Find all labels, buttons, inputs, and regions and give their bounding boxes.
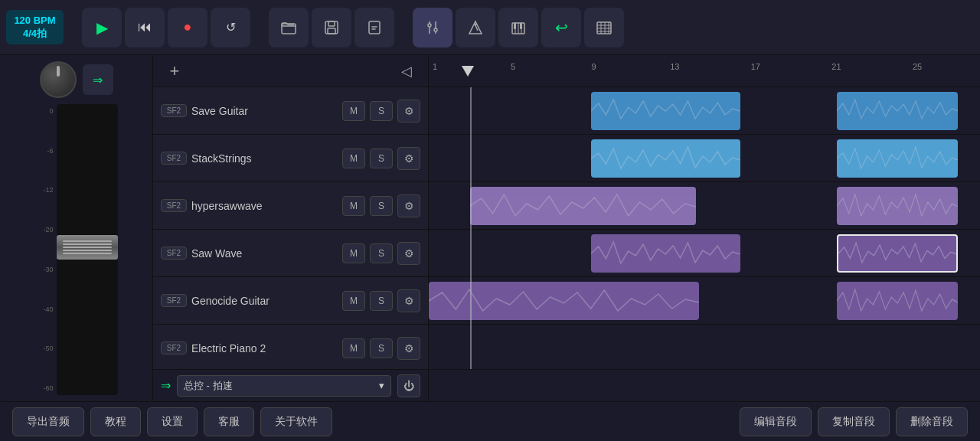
support-button[interactable]: 客服 — [204, 407, 254, 436]
export-button[interactable] — [354, 8, 394, 47]
record-button[interactable]: ● — [168, 8, 207, 47]
playhead[interactable] — [462, 66, 474, 77]
timeline-marker-17: 17 — [751, 62, 760, 71]
clip[interactable] — [591, 139, 740, 178]
svg-rect-19 — [520, 23, 522, 29]
fader-area: 0 -6 -12 -20 -30 -40 -50 -60 — [3, 104, 149, 395]
solo-button-3[interactable]: S — [370, 196, 393, 216]
mute-button-2[interactable]: M — [342, 149, 365, 168]
fader-track[interactable] — [57, 104, 118, 395]
bpm-display[interactable]: 120 BPM 4/4拍 — [6, 10, 64, 45]
track-content-6[interactable] — [429, 325, 980, 369]
metronome-button[interactable] — [456, 8, 495, 47]
route-button[interactable]: ⇒ — [83, 64, 113, 95]
mute-button-6[interactable]: M — [342, 338, 365, 358]
export-audio-button[interactable]: 导出音频 — [12, 407, 84, 436]
fader-handle[interactable] — [57, 235, 118, 260]
track-name-4: Saw Wave — [191, 247, 338, 260]
track-list-container: + ◁ 1 5 9 13 17 21 25 — [153, 55, 980, 401]
mute-button-1[interactable]: M — [342, 101, 365, 121]
track-name-1: Save Guitar — [191, 105, 338, 117]
mute-button-4[interactable]: M — [342, 243, 365, 263]
solo-button-1[interactable]: S — [370, 101, 393, 121]
timeline-area: 1 5 9 13 17 21 25 — [429, 62, 980, 80]
play-button[interactable]: ▶ — [82, 8, 122, 47]
settings-button[interactable]: 设置 — [147, 407, 198, 436]
add-track-button[interactable]: + — [162, 59, 187, 83]
timeline-marker-5: 5 — [511, 62, 515, 71]
svg-marker-11 — [469, 21, 482, 34]
mute-button-5[interactable]: M — [342, 291, 365, 311]
clip[interactable] — [837, 139, 958, 178]
track-name-2: StackStrings — [191, 152, 338, 165]
settings-button-2[interactable]: ⚙ — [397, 147, 420, 170]
table-row: SF2 Genocide Guitar M S ⚙ — [153, 277, 980, 325]
main-area: ⇒ 0 -6 -12 -20 -30 -40 -50 -60 — [0, 55, 980, 401]
timeline-marker-9: 9 — [592, 62, 596, 71]
master-select[interactable]: 总控 - 拍速 ▾ — [177, 375, 391, 397]
collapse-button[interactable]: ◁ — [394, 59, 419, 83]
track-header-bar: + ◁ 1 5 9 13 17 21 25 — [153, 55, 980, 87]
settings-button-6[interactable]: ⚙ — [397, 337, 420, 360]
solo-button-4[interactable]: S — [370, 243, 393, 263]
knob-row: ⇒ — [3, 61, 149, 98]
copy-segment-button[interactable]: 复制音段 — [818, 407, 890, 436]
clip[interactable] — [837, 187, 958, 225]
sf2-badge-4: SF2 — [161, 247, 187, 260]
track-content-5[interactable] — [429, 277, 980, 324]
time-signature: 4/4拍 — [14, 28, 56, 41]
svg-rect-4 — [369, 21, 380, 34]
clip[interactable] — [429, 282, 699, 320]
table-row: SF2 Saw Wave M S ⚙ — [153, 230, 980, 277]
return-button[interactable]: ↩ — [541, 8, 581, 47]
clip[interactable] — [591, 92, 740, 130]
track-name-6: Electric Piano 2 — [191, 342, 338, 354]
clip[interactable] — [591, 234, 740, 273]
solo-button-2[interactable]: S — [370, 149, 393, 168]
master-power-button[interactable]: ⏻ — [397, 374, 420, 397]
rewind-button[interactable]: ⏮ — [125, 8, 165, 47]
folder-button[interactable] — [269, 8, 309, 47]
solo-button-6[interactable]: S — [370, 338, 393, 358]
tutorial-button[interactable]: 教程 — [90, 407, 141, 436]
about-button[interactable]: 关于软件 — [260, 407, 332, 436]
piano-roll-button[interactable] — [584, 8, 624, 47]
master-arrow-icon: ⇒ — [161, 378, 171, 393]
track-name-5: Genocide Guitar — [191, 295, 338, 307]
timeline-marker-25: 25 — [913, 62, 922, 71]
track-content-3[interactable] — [429, 182, 980, 229]
loop-button[interactable]: ↺ — [211, 8, 250, 47]
master-left: ⇒ 总控 - 拍速 ▾ ⏻ — [153, 370, 429, 401]
delete-segment-button[interactable]: 删除音段 — [896, 407, 968, 436]
mixer-button[interactable] — [413, 8, 452, 47]
save-button[interactable] — [312, 8, 351, 47]
svg-point-5 — [428, 24, 431, 27]
clip-selected[interactable] — [837, 234, 958, 273]
settings-button-3[interactable]: ⚙ — [397, 194, 420, 217]
svg-rect-18 — [514, 23, 516, 29]
track-content-1[interactable] — [429, 87, 980, 134]
clip[interactable] — [837, 282, 958, 320]
clip[interactable] — [837, 92, 958, 130]
table-row: SF2 StackStrings M S ⚙ — [153, 135, 980, 182]
master-select-label: 总控 - 拍速 — [184, 379, 233, 393]
sf2-badge-1: SF2 — [161, 104, 187, 117]
settings-button-4[interactable]: ⚙ — [397, 242, 420, 265]
piano-button[interactable] — [498, 8, 538, 47]
mute-button-3[interactable]: M — [342, 196, 365, 216]
track-content-2[interactable] — [429, 135, 980, 181]
track-info-2: SF2 StackStrings M S ⚙ — [153, 135, 429, 181]
left-panel: ⇒ 0 -6 -12 -20 -30 -40 -50 -60 — [0, 55, 153, 401]
solo-button-5[interactable]: S — [370, 291, 393, 311]
settings-button-1[interactable]: ⚙ — [397, 100, 420, 122]
settings-button-5[interactable]: ⚙ — [397, 289, 420, 312]
sf2-badge-5: SF2 — [161, 294, 187, 307]
track-content-4[interactable] — [429, 230, 980, 276]
bottom-right-buttons: 编辑音段 复制音段 删除音段 — [740, 407, 968, 436]
track-name-3: hypersawwave — [191, 200, 338, 212]
edit-segment-button[interactable]: 编辑音段 — [740, 407, 812, 436]
timeline-marker-1: 1 — [433, 62, 437, 71]
master-knob[interactable] — [40, 61, 77, 98]
svg-rect-3 — [328, 28, 335, 34]
clip[interactable] — [470, 187, 696, 225]
